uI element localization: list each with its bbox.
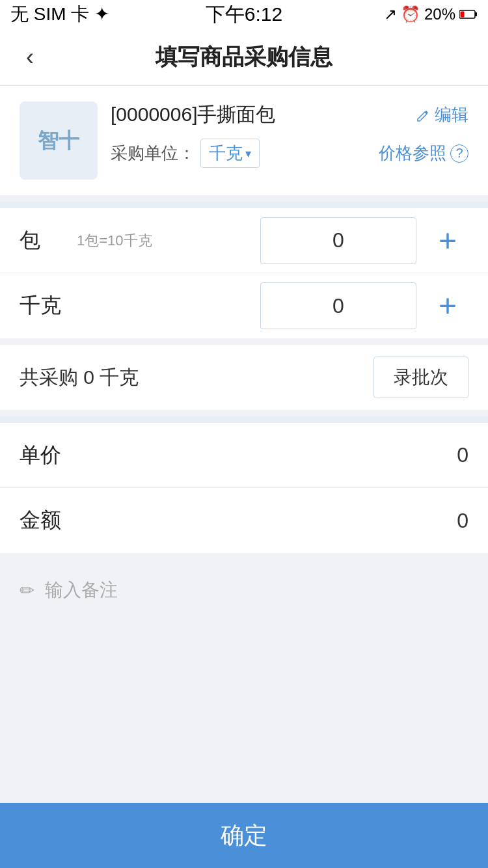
notes-section[interactable]: ✏ 输入备注 — [0, 560, 488, 621]
section-divider-2 — [0, 416, 488, 423]
product-info: [0000006]手撕面包 编辑 采购单位： 千克 ▾ 价格参照 ? — [111, 102, 468, 168]
battery-text: 20% — [424, 5, 455, 23]
form-section: 包 1包=10千克 0 + 千克 0 + — [0, 208, 488, 338]
kg-input-area: 0 + — [72, 282, 468, 329]
unit-label-text: 采购单位： — [111, 142, 195, 165]
status-bar-left: 无 SIM 卡 ✦ — [10, 2, 109, 27]
record-batch-button[interactable]: 录批次 — [373, 357, 468, 398]
product-image: 智十 — [20, 102, 98, 180]
kg-input[interactable]: 0 — [260, 282, 416, 329]
price-ref-label: 价格参照 — [379, 142, 446, 165]
alarm-icon: ⏰ — [401, 5, 420, 23]
product-meta: 采购单位： 千克 ▾ 价格参照 ? — [111, 139, 468, 168]
pencil-icon: ✏ — [20, 580, 34, 601]
back-button[interactable]: ‹ — [20, 37, 40, 77]
status-bar: 无 SIM 卡 ✦ 下午6:12 ↗ ⏰ 20% — [0, 0, 488, 29]
edit-button[interactable]: 编辑 — [416, 103, 468, 126]
summary-row: 共采购 0 千克 录批次 — [0, 345, 488, 410]
price-info-section: 单价 0 金额 0 — [0, 423, 488, 553]
kg-row: 千克 0 + — [0, 273, 488, 338]
bao-sub-label: 1包=10千克 — [77, 231, 152, 251]
unit-select[interactable]: 千克 ▾ — [200, 139, 260, 168]
unit-price-value: 0 — [457, 443, 468, 467]
page-title: 填写商品采购信息 — [156, 42, 332, 72]
price-ref-button[interactable]: 价格参照 ? — [379, 142, 468, 165]
section-divider-1 — [0, 202, 488, 208]
nav-bar: ‹ 填写商品采购信息 — [0, 29, 488, 86]
status-bar-time: 下午6:12 — [206, 1, 282, 28]
bao-input[interactable]: 0 — [260, 217, 416, 264]
signal-icon: ↗ — [384, 5, 397, 23]
product-header: [0000006]手撕面包 编辑 — [111, 102, 468, 128]
status-bar-right: ↗ ⏰ 20% — [384, 5, 478, 23]
unit-price-row: 单价 0 — [0, 423, 488, 488]
unit-price-label: 单价 — [20, 441, 61, 470]
chevron-down-icon: ▾ — [245, 146, 251, 161]
edit-label: 编辑 — [435, 103, 468, 126]
kg-plus-button[interactable]: + — [427, 285, 468, 327]
svg-rect-1 — [475, 12, 477, 16]
unit-label: 采购单位： 千克 ▾ — [111, 139, 260, 168]
battery-icon — [459, 9, 478, 20]
kg-label: 千克 — [20, 292, 72, 320]
bao-input-area: 0 + — [152, 217, 468, 264]
product-name: [0000006]手撕面包 — [111, 102, 275, 128]
product-card: 智十 [0000006]手撕面包 编辑 采购单位： 千克 ▾ 价格参照 — [0, 86, 488, 195]
bao-row: 包 1包=10千克 0 + — [0, 208, 488, 273]
svg-rect-2 — [461, 12, 465, 18]
product-image-placeholder: 智十 — [38, 128, 79, 153]
amount-value: 0 — [457, 509, 468, 533]
notes-placeholder: 输入备注 — [45, 578, 118, 603]
unit-value: 千克 — [209, 142, 243, 165]
bottom-bar: 确定 — [0, 803, 488, 868]
confirm-button[interactable]: 确定 — [0, 803, 488, 868]
amount-row: 金额 0 — [0, 488, 488, 553]
bao-plus-button[interactable]: + — [427, 220, 468, 262]
bao-label: 包 — [20, 226, 72, 255]
price-ref-icon: ? — [450, 144, 468, 163]
summary-text: 共采购 0 千克 — [20, 364, 139, 391]
amount-label: 金额 — [20, 506, 61, 535]
